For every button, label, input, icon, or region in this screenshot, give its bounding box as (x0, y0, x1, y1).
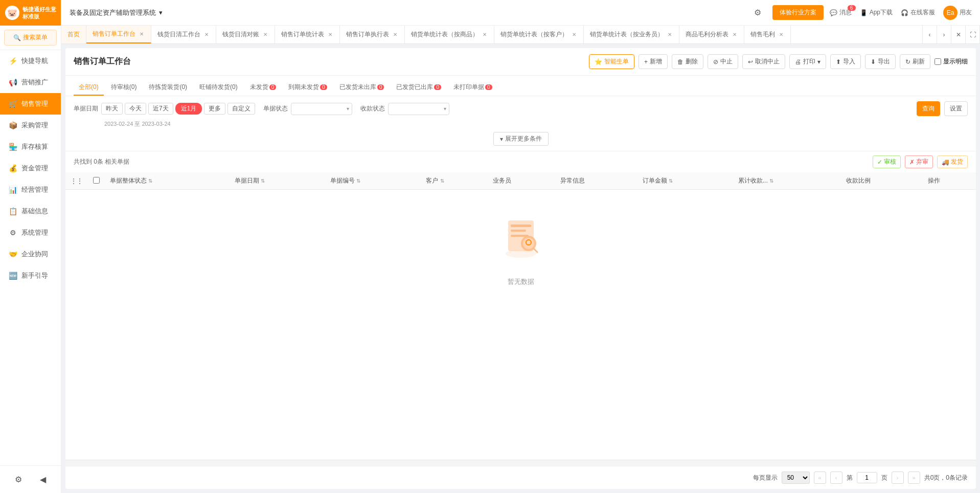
tab-close-sales-profit[interactable]: ✕ (778, 31, 784, 38)
payment-select[interactable] (388, 103, 449, 115)
col-number: 单据编号 ⇅ (325, 172, 421, 190)
sub-tab-shipped-out[interactable]: 已发货已出库0 (391, 80, 446, 96)
col-checkbox[interactable] (88, 172, 105, 190)
expand-conditions-button[interactable]: ▾ 展开更多条件 (493, 132, 549, 146)
select-all-checkbox[interactable] (93, 177, 100, 184)
stop-button[interactable]: ⊘ 中止 (708, 54, 738, 69)
date-btn-today[interactable]: 今天 (125, 103, 146, 115)
tab-next-button[interactable]: › (937, 26, 951, 44)
tab-sales-profit[interactable]: 销售毛利 ✕ (744, 26, 791, 43)
tab-cash-reconcile[interactable]: 钱货日清对账 ✕ (216, 26, 275, 43)
filter-expand-section: ▾ 展开更多条件 (74, 132, 968, 146)
sub-tab-overdue-not-shipped[interactable]: 到期未发货0 (283, 80, 332, 96)
sidebar-item-finance[interactable]: 💰 资金管理 (0, 158, 61, 179)
tab-close-cash-daily[interactable]: ✕ (203, 31, 210, 38)
tab-sales-stat[interactable]: 销售订单统计表 ✕ (275, 26, 340, 43)
sidebar-item-system[interactable]: ⚙ 系统管理 (0, 222, 61, 243)
tab-sales-exec[interactable]: 销售订单执行表 ✕ (340, 26, 405, 43)
sidebar-item-enterprise[interactable]: 🤝 企业协同 (0, 243, 61, 265)
new-button[interactable]: + 新增 (639, 54, 668, 69)
tab-close-sales-exec[interactable]: ✕ (392, 31, 398, 38)
cancel-stop-button[interactable]: ↩ 取消中止 (742, 54, 785, 69)
date-btn-more[interactable]: 更多 (204, 103, 225, 115)
horizontal-scrollbar[interactable] (65, 460, 976, 466)
sidebar-item-sales[interactable]: 🛒 销售管理 (0, 93, 61, 115)
tab-sales-by-customer[interactable]: 销货单统计表（按客户） ✕ (494, 26, 584, 43)
next-page-button[interactable]: › (892, 472, 904, 484)
export-button[interactable]: ⬇ 导出 (865, 54, 896, 69)
amount-sort-icon[interactable]: ⇅ (669, 178, 673, 184)
col-customer: 客户 ⇅ (421, 172, 488, 190)
date-sort-icon[interactable]: ⇅ (261, 178, 265, 184)
date-btn-yesterday[interactable]: 昨天 (101, 103, 123, 115)
delete-button[interactable]: 🗑 删除 (672, 54, 703, 69)
tab-sales-order[interactable]: 销售订单工作台 ✕ (86, 26, 151, 43)
status-select[interactable] (291, 103, 352, 115)
prev-page-button[interactable]: ‹ (830, 472, 842, 484)
tab-close-cash-reconcile[interactable]: ✕ (262, 31, 268, 38)
tab-fullscreen-button[interactable]: ⛶ (966, 26, 980, 44)
sub-tab-shipped-not-out[interactable]: 已发货未出库0 (334, 80, 390, 96)
sub-tab-not-printed[interactable]: 未打印单据0 (448, 80, 497, 96)
page-number-input[interactable] (857, 472, 877, 483)
sidebar-item-marketing[interactable]: 📢 营销推广 (0, 72, 61, 93)
cancel-review-action-button[interactable]: ✗ 弃审 (905, 155, 933, 168)
tab-cash-daily[interactable]: 钱货日清工作台 ✕ (151, 26, 216, 43)
table-header-row: ⋮⋮ 单据整体状态 ⇅ 单据日期 ⇅ (65, 172, 976, 190)
tab-close-gross-profit[interactable]: ✕ (732, 31, 738, 38)
sidebar-item-guide[interactable]: 🆕 新手引导 (0, 265, 61, 286)
sidebar-item-base-info[interactable]: 📋 基础信息 (0, 200, 61, 222)
sub-tab-not-shipped[interactable]: 未发货0 (245, 80, 282, 96)
sub-tab-pending-review[interactable]: 待审核(0) (106, 80, 142, 96)
number-sort-icon[interactable]: ⇅ (356, 178, 360, 184)
sub-tab-all[interactable]: 全部(0) (74, 80, 104, 96)
tab-close-all-button[interactable]: ✕ (951, 26, 966, 44)
industry-solution-button[interactable]: 体验行业方案 (772, 5, 824, 20)
tab-close-sales-by-customer[interactable]: ✕ (571, 31, 577, 38)
search-menu-button[interactable]: 🔍 搜索菜单 (4, 30, 57, 46)
date-btn-7days[interactable]: 近7天 (148, 103, 173, 115)
ship-action-button[interactable]: 🚚 发货 (937, 155, 968, 168)
received-sort-icon[interactable]: ⇅ (769, 178, 773, 184)
message-button[interactable]: 💬 消息 6 (830, 8, 852, 17)
refresh-button[interactable]: ↻ 刷新 (900, 54, 930, 69)
query-button[interactable]: 查询 (917, 101, 940, 116)
tab-home[interactable]: 首页 (61, 26, 86, 43)
sidebar-item-quick-nav[interactable]: ⚡ 快捷导航 (0, 50, 61, 72)
online-service-button[interactable]: 🎧 在线客服 (901, 8, 935, 17)
sub-tab-pending-check[interactable]: 待拣货装货(0) (144, 80, 192, 96)
last-page-button[interactable]: » (908, 472, 920, 484)
sidebar-item-inventory[interactable]: 🏪 库存核算 (0, 136, 61, 158)
tab-close-sales-stat[interactable]: ✕ (327, 31, 333, 38)
settings-filter-button[interactable]: 设置 (944, 101, 968, 116)
date-btn-custom[interactable]: 自定义 (227, 103, 255, 115)
sub-tab-wangpu-pending[interactable]: 旺铺待发货(0) (194, 80, 243, 96)
show-detail-label[interactable]: 显示明细 (935, 57, 968, 66)
settings-icon-button[interactable]: ⚙ (749, 5, 766, 20)
sidebar-settings-button[interactable]: ⚙ (10, 472, 27, 487)
tab-sales-by-product[interactable]: 销货单统计表（按商品） ✕ (405, 26, 494, 43)
tab-close-sales-order[interactable]: ✕ (139, 31, 145, 37)
status-sort-icon[interactable]: ⇅ (148, 178, 152, 184)
sidebar-collapse-button[interactable]: ◀ (35, 472, 51, 487)
per-page-select[interactable]: 50 10 20 100 (782, 472, 810, 484)
first-page-button[interactable]: « (814, 472, 826, 484)
date-btn-1month[interactable]: 近1月 (175, 103, 202, 115)
print-button[interactable]: 🖨 打印 ▾ (789, 54, 826, 69)
system-title-selector[interactable]: 装备及固定资产辅助管理系统 ▾ (70, 8, 743, 17)
tab-close-sales-by-product[interactable]: ✕ (482, 31, 488, 38)
tab-sales-by-staff[interactable]: 销货单统计表（按业务员） ✕ (584, 26, 679, 43)
tab-prev-button[interactable]: ‹ (923, 26, 937, 44)
sidebar-item-operations[interactable]: 📊 经营管理 (0, 179, 61, 200)
sidebar-item-purchase[interactable]: 📦 采购管理 (0, 115, 61, 136)
show-detail-checkbox[interactable] (935, 58, 941, 65)
app-download-button[interactable]: 📱 App下载 (860, 8, 893, 17)
customer-sort-icon[interactable]: ⇅ (440, 178, 444, 184)
tab-close-sales-by-staff[interactable]: ✕ (667, 31, 673, 38)
smart-create-button[interactable]: ⭐ 智能生单 (589, 54, 634, 69)
tab-gross-profit[interactable]: 商品毛利分析表 ✕ (679, 26, 744, 43)
review-action-button[interactable]: ✓ 审核 (873, 155, 901, 168)
import-button[interactable]: ⬆ 导入 (830, 54, 861, 69)
user-menu-button[interactable]: Ea 用友 (943, 6, 972, 20)
system-icon: ⚙ (8, 228, 17, 237)
